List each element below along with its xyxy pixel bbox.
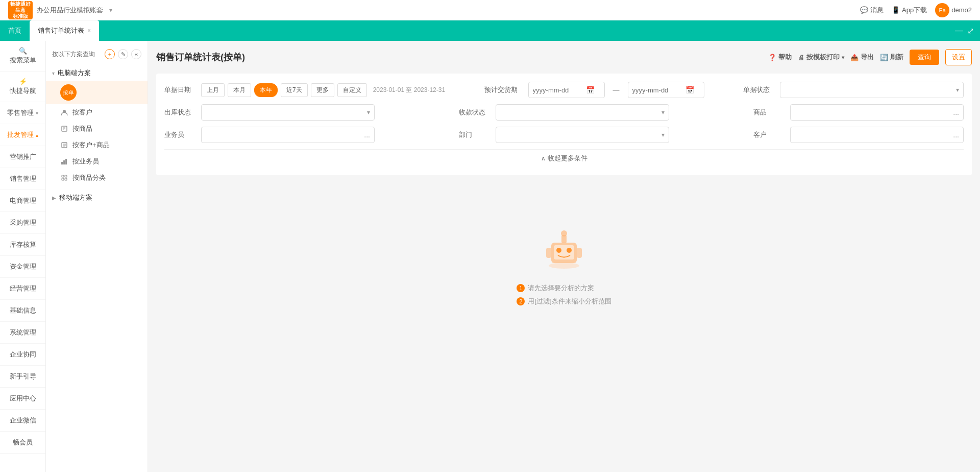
chevron-up-icon: ▴ bbox=[36, 132, 38, 138]
svg-rect-24 bbox=[577, 248, 582, 258]
edit-plan-button[interactable]: ✎ bbox=[118, 49, 128, 59]
salesman-dots[interactable]: ... bbox=[364, 131, 370, 139]
goods-select[interactable]: ... bbox=[790, 104, 964, 121]
print-icon: 🖨 bbox=[798, 54, 804, 61]
sidebar-item-marketing[interactable]: 营销推广 bbox=[0, 146, 45, 168]
sidebar-item-operation[interactable]: 经营管理 bbox=[0, 278, 45, 300]
salesman-select[interactable]: ... bbox=[201, 127, 375, 143]
plan-item-by-customer-goods[interactable]: 按客户+商品 bbox=[46, 137, 148, 153]
expected-date-end-input[interactable]: 📅 bbox=[628, 82, 704, 98]
help-button[interactable]: ❓ 帮助 bbox=[768, 53, 792, 62]
salesman-icon bbox=[60, 157, 68, 166]
left-panel: 按以下方案查询 + ✎ « ▾ 电脑端方案 按单 bbox=[46, 41, 148, 472]
empty-tips: 1 请先选择要分析的方案 2 用[过滤]条件来缩小分析范围 bbox=[517, 281, 611, 308]
sidebar-item-inventory[interactable]: 库存核算 bbox=[0, 234, 45, 256]
plan-item-by-goods[interactable]: 按商品 bbox=[46, 121, 148, 137]
query-button[interactable]: 查询 bbox=[910, 50, 939, 65]
expected-date-start-field[interactable] bbox=[533, 86, 584, 94]
date-btn-last-month[interactable]: 上月 bbox=[201, 83, 225, 97]
delivery-chevron-icon: ▾ bbox=[367, 109, 370, 116]
date-btn-custom[interactable]: 自定义 bbox=[337, 83, 367, 97]
tab-close-icon[interactable]: × bbox=[87, 27, 91, 34]
status-chevron-icon: ▾ bbox=[956, 86, 959, 93]
user-profile[interactable]: Ea demo2 bbox=[935, 3, 972, 17]
status-select[interactable]: ▾ bbox=[780, 82, 964, 98]
sidebar-item-quicknav[interactable]: ⚡ 快捷导航 bbox=[0, 72, 45, 102]
sidebar-item-basic[interactable]: 基础信息 bbox=[0, 300, 45, 322]
tab-sales-order-stats[interactable]: 销售订单统计表 × bbox=[30, 20, 99, 41]
sidebar-item-corp[interactable]: 企业协同 bbox=[0, 344, 45, 366]
date-btn-this-year[interactable]: 本年 bbox=[254, 83, 278, 97]
plan-item-by-salesman[interactable]: 按业务员 bbox=[46, 153, 148, 170]
page-title-actions: ❓ 帮助 🖨 按模板打印 ▾ 📤 导出 🔄 刷新 bbox=[768, 49, 972, 65]
customer-dots[interactable]: ... bbox=[953, 131, 959, 139]
sidebar-item-purchase[interactable]: 采购管理 bbox=[0, 212, 45, 234]
plan-item-by-customer[interactable]: 按客户 bbox=[46, 104, 148, 121]
filter-row-1: 单据日期 上月 本月 本年 近7天 更多 自定义 2023-01-01 至 20… bbox=[164, 82, 964, 98]
sidebar-item-finance[interactable]: 资金管理 bbox=[0, 256, 45, 278]
expected-date-start-input[interactable]: 📅 bbox=[528, 82, 605, 98]
tab-home[interactable]: 首页 bbox=[0, 20, 30, 41]
tab-bar: 首页 销售订单统计表 × — ⤢ bbox=[0, 20, 980, 41]
sidebar-item-sales[interactable]: 销售管理 bbox=[0, 168, 45, 190]
customer-goods-icon bbox=[60, 141, 68, 149]
sidebar-item-wholesale[interactable]: 批发管理 ▴ bbox=[0, 124, 45, 146]
pc-plan-group-header[interactable]: ▾ 电脑端方案 bbox=[46, 65, 148, 81]
calendar-start-icon[interactable]: 📅 bbox=[586, 86, 595, 94]
message-button[interactable]: 💬 消息 bbox=[860, 6, 884, 15]
dept-select[interactable]: ▾ bbox=[496, 127, 669, 143]
avatar: Ea bbox=[935, 3, 949, 17]
export-button[interactable]: 📤 导出 bbox=[850, 53, 874, 62]
active-plan-indicator: 按单 bbox=[60, 84, 77, 101]
svg-rect-13 bbox=[65, 175, 67, 177]
breadcrumb: 办公用品行业模拟账套 bbox=[37, 6, 103, 15]
sidebar-item-wechat[interactable]: 企业微信 bbox=[0, 410, 45, 432]
svg-point-16 bbox=[549, 263, 579, 269]
page-title: 销售订单统计表(按单) bbox=[156, 51, 245, 63]
salesman-label: 业务员 bbox=[164, 130, 193, 139]
refresh-icon: 🔄 bbox=[880, 54, 888, 61]
mobile-plan-group-header[interactable]: ▶ 移动端方案 bbox=[46, 190, 148, 205]
date-btn-7days[interactable]: 近7天 bbox=[281, 83, 308, 97]
customer-select[interactable]: ... bbox=[790, 127, 964, 143]
date-btn-this-month[interactable]: 本月 bbox=[228, 83, 251, 97]
sidebar-item-search[interactable]: 🔍 搜索菜单 bbox=[0, 41, 45, 72]
add-plan-button[interactable]: + bbox=[105, 49, 115, 59]
top-bar-left: 畅捷通好生意标准版 办公用品行业模拟账套 ▾ bbox=[8, 1, 112, 19]
logo: 畅捷通好生意标准版 bbox=[8, 1, 33, 19]
svg-point-20 bbox=[567, 248, 572, 253]
sidebar-item-retail[interactable]: 零售管理 ▾ bbox=[0, 102, 45, 124]
settings-button[interactable]: 设置 bbox=[945, 49, 972, 65]
collapse-bar[interactable]: ∧ 收起更多条件 bbox=[164, 149, 964, 167]
sidebar-item-appstore[interactable]: 应用中心 bbox=[0, 388, 45, 410]
sidebar-item-ecommerce[interactable]: 电商管理 bbox=[0, 190, 45, 212]
plan-item-by-category[interactable]: 按商品分类 bbox=[46, 170, 148, 186]
delivery-select[interactable]: ▾ bbox=[201, 104, 375, 121]
date-btn-more[interactable]: 更多 bbox=[311, 83, 334, 97]
sidebar: 🔍 搜索菜单 ⚡ 快捷导航 零售管理 ▾ 批发管理 ▴ 营销推广 销售管理 电商… bbox=[0, 41, 46, 472]
window-maximize-icon[interactable]: ⤢ bbox=[967, 26, 974, 36]
app-download-button[interactable]: 📱 App下载 bbox=[892, 6, 927, 15]
payment-chevron-icon: ▾ bbox=[662, 109, 665, 116]
calendar-end-icon[interactable]: 📅 bbox=[685, 86, 694, 94]
tip-item-2: 2 用[过滤]条件来缩小分析范围 bbox=[517, 295, 611, 308]
collapse-panel-button[interactable]: « bbox=[131, 49, 141, 59]
template-print-button[interactable]: 🖨 按模板打印 ▾ bbox=[798, 53, 844, 62]
date-dash: — bbox=[613, 86, 620, 94]
left-panel-header: 按以下方案查询 + ✎ « bbox=[46, 45, 148, 63]
sidebar-item-system[interactable]: 系统管理 bbox=[0, 322, 45, 344]
pc-plan-group: ▾ 电脑端方案 按单 按客户 按商品 bbox=[46, 63, 148, 188]
refresh-button[interactable]: 🔄 刷新 bbox=[880, 53, 903, 62]
payment-select[interactable]: ▾ bbox=[496, 104, 669, 121]
payment-label: 收款状态 bbox=[459, 108, 487, 117]
sidebar-item-member[interactable]: 畅会员 bbox=[0, 432, 45, 454]
breadcrumb-arrow-icon[interactable]: ▾ bbox=[109, 7, 112, 14]
mobile-plan-group: ▶ 移动端方案 bbox=[46, 188, 148, 207]
print-chevron-icon: ▾ bbox=[842, 55, 844, 60]
sidebar-item-newbie[interactable]: 新手引导 bbox=[0, 366, 45, 388]
expected-date-end-field[interactable] bbox=[632, 86, 683, 94]
page-title-bar: 销售订单统计表(按单) ❓ 帮助 🖨 按模板打印 ▾ 📤 导出 bbox=[156, 49, 972, 65]
window-minimize-icon[interactable]: — bbox=[955, 26, 963, 35]
plan-item-by-order[interactable]: 按单 bbox=[46, 81, 148, 104]
goods-dots[interactable]: ... bbox=[953, 108, 959, 116]
